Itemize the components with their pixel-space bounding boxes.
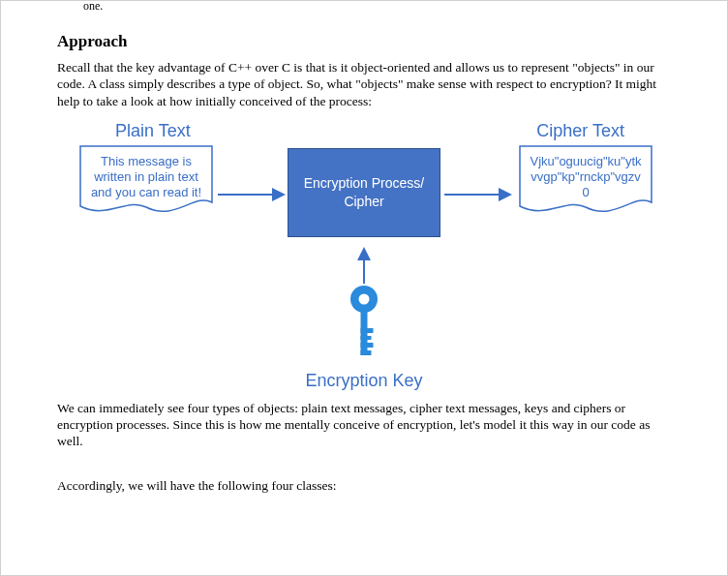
arrow-head-icon — [272, 188, 286, 201]
encryption-key-label: Encryption Key — [305, 371, 422, 391]
arrow-line-icon — [444, 194, 499, 196]
plain-text-content: This message is written in plain text an… — [86, 154, 206, 201]
encryption-process-box: Encryption Process/ Cipher — [288, 148, 440, 237]
encryption-diagram: Plain Text Cipher Text This message is w… — [57, 121, 671, 392]
cutoff-previous-line: one. — [83, 0, 103, 14]
plain-text-label: Plain Text — [115, 121, 191, 141]
intro-paragraph: Recall that the key advantage of C++ ove… — [57, 59, 671, 109]
arrow-plain-to-process — [218, 187, 286, 202]
cipher-text-content: Vjku"oguucig"ku"ytk vvgp"kp"rnckp"vgzv 0 — [526, 154, 646, 201]
observation-paragraph: We can immediately see four types of obj… — [57, 400, 671, 450]
arrow-process-to-cipher — [444, 187, 512, 202]
svg-rect-4 — [361, 336, 372, 340]
arrow-head-icon — [499, 188, 512, 201]
svg-rect-3 — [361, 328, 374, 333]
svg-rect-6 — [361, 350, 372, 355]
cipher-text-note: Vjku"oguucig"ku"ytk vvgp"kp"rnckp"vgzv 0 — [518, 144, 653, 220]
cipher-text-label: Cipher Text — [536, 121, 624, 141]
document-page: one. Approach Recall that the key advant… — [0, 0, 728, 576]
plain-text-note: This message is written in plain text an… — [78, 144, 214, 220]
arrow-key-to-process — [357, 247, 371, 284]
key-icon — [347, 284, 381, 365]
section-heading: Approach — [57, 32, 671, 51]
arrow-line-icon — [363, 260, 365, 284]
svg-rect-5 — [361, 343, 374, 348]
arrow-head-icon — [357, 247, 371, 260]
classes-intro-paragraph: Accordingly, we will have the following … — [57, 477, 671, 494]
svg-point-1 — [359, 293, 370, 304]
arrow-line-icon — [218, 194, 272, 196]
